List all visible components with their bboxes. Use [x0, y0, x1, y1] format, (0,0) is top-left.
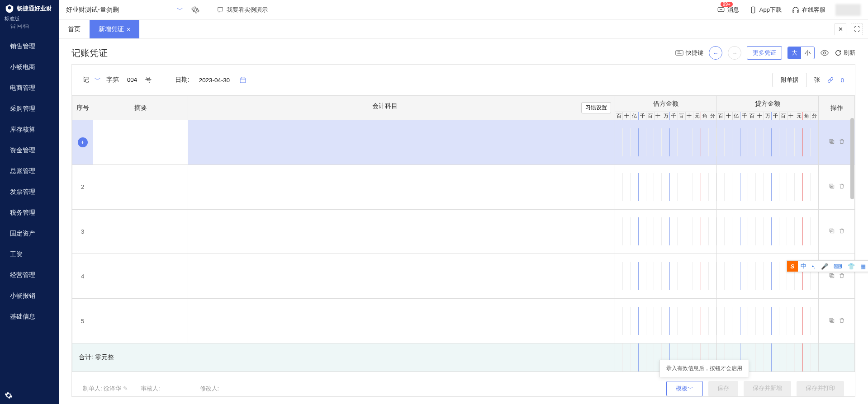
- nav-item[interactable]: 小畅报销: [0, 286, 59, 306]
- svg-rect-13: [830, 230, 834, 233]
- copy-row-icon[interactable]: [829, 183, 835, 189]
- fullscreen-button[interactable]: ⛶: [851, 23, 863, 35]
- nav-item[interactable]: 小畅电商: [0, 57, 59, 78]
- copy-row-icon[interactable]: [829, 272, 835, 279]
- vertical-scrollbar[interactable]: [850, 118, 854, 199]
- auditor: 审核人:: [141, 385, 160, 393]
- clip-icon[interactable]: [827, 77, 834, 83]
- subject-cell[interactable]: [188, 120, 615, 165]
- brand-logo-icon: [5, 4, 14, 14]
- subject-cell[interactable]: [188, 164, 615, 209]
- prev-button[interactable]: ←: [709, 46, 722, 60]
- copy-row-icon[interactable]: [829, 317, 835, 324]
- tab-new-voucher[interactable]: 新增凭证 ×: [90, 20, 139, 38]
- subject-cell[interactable]: [188, 299, 615, 343]
- voucher-type[interactable]: 记: [83, 76, 89, 84]
- nav-item[interactable]: 经营管理: [0, 265, 59, 286]
- close-all-button[interactable]: ✕: [835, 23, 846, 35]
- clip-count[interactable]: 0: [841, 77, 844, 84]
- size-large[interactable]: 大: [788, 47, 801, 59]
- attach-button[interactable]: 附单据: [772, 73, 807, 87]
- th-subject: 会计科目 习惯设置: [188, 96, 615, 120]
- svg-rect-16: [830, 273, 833, 277]
- nav-item[interactable]: 固定资产: [0, 223, 59, 244]
- voucher-number-input[interactable]: [124, 76, 140, 84]
- nav-item[interactable]: 合同档: [0, 24, 59, 36]
- refresh-button[interactable]: 刷新: [835, 49, 855, 57]
- digit-label: 十: [756, 112, 764, 120]
- th-credit: 贷方金额: [717, 96, 819, 112]
- more-vouchers-button[interactable]: 更多凭证: [747, 46, 782, 60]
- nav-item[interactable]: 资金管理: [0, 140, 59, 161]
- shortcut-button[interactable]: 快捷键: [675, 49, 703, 57]
- tab-home[interactable]: 首页: [59, 20, 90, 38]
- badge: 99+: [721, 2, 733, 7]
- edit-icon[interactable]: ✎: [123, 385, 128, 392]
- nav-item[interactable]: 电商管理: [0, 78, 59, 99]
- chevron-down-icon[interactable]: ﹀: [95, 76, 101, 84]
- footer-actions: 录入有效信息后，按钮才会启用 模板 ﹀ 保存 保存并新增 保存并打印: [666, 381, 844, 396]
- nav-item[interactable]: 总账管理: [0, 161, 59, 182]
- date-input[interactable]: [195, 77, 234, 84]
- subject-cell[interactable]: [188, 209, 615, 254]
- habit-settings-button[interactable]: 习惯设置: [581, 102, 611, 113]
- copy-row-icon[interactable]: [829, 228, 835, 234]
- settings-icon[interactable]: [191, 6, 199, 14]
- copy-row-icon[interactable]: [829, 138, 835, 145]
- sidebar-settings[interactable]: [0, 387, 59, 404]
- subject-cell[interactable]: [188, 254, 615, 299]
- table-row[interactable]: 4: [72, 254, 855, 299]
- digit-label: 百: [678, 112, 686, 120]
- modifier: 修改人:: [200, 385, 219, 393]
- chevron-down-icon[interactable]: ﹀: [688, 385, 693, 393]
- table-row[interactable]: 2: [72, 164, 855, 209]
- nav-item[interactable]: 采购管理: [0, 99, 59, 119]
- ime-toolbar[interactable]: S 中 •, 🎤 ⌨ 👕 ▦: [787, 260, 868, 272]
- table-row[interactable]: 3: [72, 209, 855, 254]
- digit-label: 千: [772, 112, 779, 120]
- ime-menu-icon[interactable]: ▦: [858, 262, 868, 271]
- content: 记 ﹀ 字第 号 日期: 附单据 张: [59, 64, 868, 404]
- size-small[interactable]: 小: [801, 47, 814, 59]
- table-row[interactable]: +: [72, 120, 855, 165]
- table-row[interactable]: 5: [72, 299, 855, 343]
- page-header-actions: 快捷键 ← → 更多凭证 大 小 刷新: [675, 46, 855, 60]
- ime-lang[interactable]: 中: [798, 261, 809, 272]
- ime-keyboard-icon[interactable]: ⌨: [831, 262, 845, 271]
- nav-item[interactable]: 税务管理: [0, 202, 59, 223]
- svg-rect-11: [830, 185, 834, 188]
- summary-input[interactable]: [93, 137, 188, 147]
- total-cell: 合计: 零元整: [72, 343, 615, 372]
- nav-item[interactable]: 库存核算: [0, 119, 59, 140]
- nav-item[interactable]: 发票管理: [0, 182, 59, 202]
- close-icon[interactable]: ×: [127, 26, 130, 33]
- delete-row-icon[interactable]: [839, 272, 845, 279]
- delete-row-icon[interactable]: [839, 228, 845, 234]
- digit-label: 十: [686, 112, 693, 120]
- keyboard-icon: [675, 50, 683, 56]
- template-button[interactable]: 模板 ﹀: [666, 381, 703, 396]
- brand-name: 畅捷通好业财: [17, 5, 52, 13]
- ime-mic-icon[interactable]: 🎤: [818, 262, 831, 271]
- ime-skin-icon[interactable]: 👕: [845, 262, 858, 271]
- delete-row-icon[interactable]: [839, 317, 845, 324]
- eye-icon[interactable]: [820, 48, 829, 57]
- workspace-selector[interactable]: 好业财测试-量勿删 ﹀: [66, 6, 183, 14]
- delete-row-icon[interactable]: [839, 183, 845, 189]
- footer-info: 制单人: 徐泽华 ✎ 审核人: 修改人: 录入有效信息后，按钮才会启用 模板 ﹀…: [72, 372, 855, 396]
- nav-item[interactable]: 销售管理: [0, 36, 59, 57]
- nav-item[interactable]: 工资: [0, 244, 59, 265]
- ime-punct-icon[interactable]: •,: [809, 262, 818, 271]
- service-button[interactable]: 在线客服: [792, 6, 825, 14]
- demo-link[interactable]: 我要看实例演示: [217, 6, 268, 14]
- add-row-button[interactable]: +: [78, 137, 88, 147]
- app-download-button[interactable]: App下载: [749, 6, 782, 14]
- delete-row-icon[interactable]: [839, 138, 845, 145]
- digit-label: 元: [693, 112, 701, 120]
- avatar[interactable]: [835, 4, 861, 16]
- messages-button[interactable]: 99+ 消息: [717, 6, 739, 14]
- next-button[interactable]: →: [728, 46, 741, 60]
- nav-item[interactable]: 基础信息: [0, 306, 59, 327]
- zhang-label: 张: [814, 76, 820, 84]
- calendar-icon[interactable]: [239, 76, 247, 84]
